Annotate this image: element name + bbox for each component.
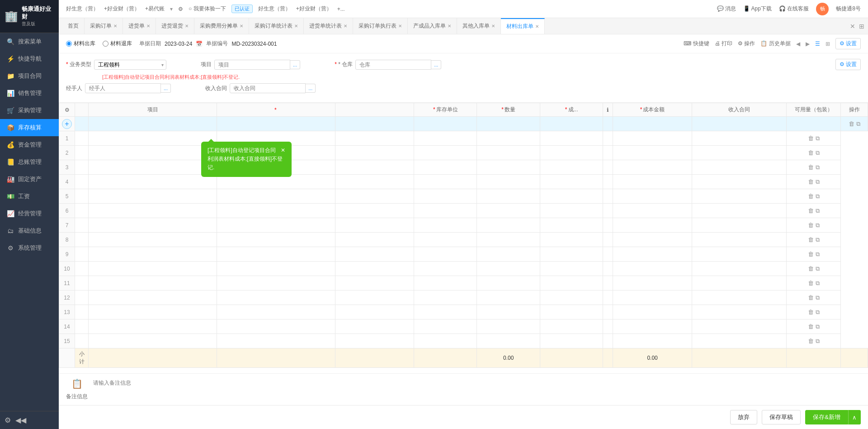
row-col-available[interactable] (692, 175, 786, 189)
row-col-cost-info[interactable] (540, 319, 603, 334)
row-col-item[interactable] (89, 305, 217, 319)
more-nav-arrow[interactable]: ▾ (170, 6, 173, 12)
row-col-cost-amount[interactable] (603, 233, 613, 247)
row-col-unit[interactable] (335, 175, 414, 189)
row-add-col6[interactable] (477, 117, 540, 131)
row-add-col10[interactable] (692, 117, 786, 131)
row-col-project[interactable] (75, 305, 89, 319)
nav-item-haoshengyi[interactable]: 好生意（营） (66, 5, 99, 13)
add-row-btn[interactable]: + (62, 119, 72, 129)
copy-row-icon[interactable]: ⧉ (816, 280, 820, 287)
delete-row-icon[interactable]: 🗑 (808, 294, 814, 301)
nav-item-haoyecai2[interactable]: +好业财（营） (296, 5, 332, 13)
sidebar-item-search[interactable]: 🔍 搜索菜单 (0, 33, 59, 50)
close-all-tabs-btn[interactable]: ✕ (850, 23, 855, 30)
sidebar-item-project[interactable]: 📁 项目合同 (0, 67, 59, 85)
row-col-cost[interactable] (477, 276, 540, 291)
sidebar-item-business[interactable]: 📈 经营管理 (0, 205, 59, 222)
row-col-income[interactable] (613, 334, 692, 348)
row-col-income[interactable] (613, 146, 692, 160)
copy-row-icon[interactable]: ⧉ (856, 120, 860, 128)
row-col-unit[interactable] (335, 160, 414, 175)
tab-material-out[interactable]: 材料出库单 ✕ (501, 18, 545, 34)
grid-view-btn[interactable]: ⊞ (826, 41, 830, 47)
calendar-icon[interactable]: 📅 (196, 41, 203, 47)
nav-item-yidaizhang[interactable]: +易代账 (145, 5, 165, 13)
row-col-spec[interactable] (217, 218, 335, 233)
row-col-cost-info[interactable] (540, 247, 603, 262)
row-col-item[interactable] (89, 204, 217, 218)
delete-row-icon[interactable]: 🗑 (808, 207, 814, 214)
project-input[interactable] (214, 60, 290, 70)
row-col-project[interactable] (75, 175, 89, 189)
nav-item-haoshengyi2[interactable]: 好生意（营） (258, 5, 291, 13)
save-draft-button[interactable]: 保存草稿 (762, 410, 801, 424)
row-col-available[interactable] (692, 334, 786, 348)
row-col-cost-info[interactable] (540, 305, 603, 319)
income-contract-input[interactable] (230, 83, 306, 93)
row-col-qty[interactable] (414, 247, 477, 262)
row-col-income[interactable] (613, 319, 692, 334)
row-col-available[interactable] (692, 189, 786, 204)
tab-purchase-exec[interactable]: 采购订单执行表 ✕ (353, 18, 408, 34)
copy-row-icon[interactable]: ⧉ (816, 236, 820, 243)
row-col-item[interactable] (89, 218, 217, 233)
row-col-cost-amount[interactable] (603, 247, 613, 262)
row-col-cost-amount[interactable] (603, 319, 613, 334)
form-settings-btn[interactable]: ⚙ 设置 (835, 59, 861, 70)
row-add-col9[interactable] (613, 117, 692, 131)
row-col-item[interactable] (89, 247, 217, 262)
tab-home[interactable]: 首页 (62, 18, 85, 34)
row-col-item[interactable] (89, 276, 217, 291)
tab-purchase-order[interactable]: 采购订单 ✕ (85, 18, 123, 34)
row-col-unit[interactable] (335, 291, 414, 305)
tab-other-in[interactable]: 其他入库单 ✕ (457, 18, 501, 34)
row-col-cost[interactable] (477, 319, 540, 334)
tab-close-icon[interactable]: ✕ (491, 24, 495, 29)
row-col-cost-amount[interactable] (603, 189, 613, 204)
row-col-income[interactable] (613, 247, 692, 262)
message-btn[interactable]: 💬 消息 (717, 5, 736, 13)
row-col-cost-info[interactable] (540, 291, 603, 305)
row-add-col8[interactable] (603, 117, 613, 131)
col-cost-info-header[interactable]: ℹ (603, 103, 613, 117)
row-col-cost-info[interactable] (540, 131, 603, 146)
row-col-unit[interactable] (335, 233, 414, 247)
row-col-qty[interactable] (414, 131, 477, 146)
sidebar-item-payroll[interactable]: 💵 工资 (0, 188, 59, 205)
row-col-cost[interactable] (477, 291, 540, 305)
row-col-item[interactable] (89, 262, 217, 276)
row-col-qty[interactable] (414, 276, 477, 291)
row-col-cost[interactable] (477, 247, 540, 262)
sidebar-item-basic[interactable]: 🗂 基础信息 (0, 222, 59, 239)
row-col-project[interactable] (75, 233, 89, 247)
notes-input[interactable] (93, 377, 861, 394)
row-col-item[interactable] (89, 160, 217, 175)
user-avatar[interactable]: 畅 (816, 3, 829, 15)
row-col-item[interactable] (89, 233, 217, 247)
row-col-qty[interactable] (414, 334, 477, 348)
row-add-col11[interactable] (787, 117, 841, 131)
row-col-unit[interactable] (335, 204, 414, 218)
nav-item-more[interactable]: +... (337, 6, 345, 12)
tab-product-in[interactable]: 产成品入库单 ✕ (408, 18, 457, 34)
row-col-cost-amount[interactable] (603, 262, 613, 276)
row-col-cost[interactable] (477, 160, 540, 175)
row-col-item[interactable] (89, 131, 217, 146)
copy-row-icon[interactable]: ⧉ (816, 294, 820, 301)
row-col-spec[interactable] (217, 189, 335, 204)
tab-purchase-return[interactable]: 进货退货 ✕ (156, 18, 194, 34)
row-col-project[interactable] (75, 160, 89, 175)
row-col-available[interactable] (692, 247, 786, 262)
row-col-cost-info[interactable] (540, 189, 603, 204)
row-col-available[interactable] (692, 160, 786, 175)
copy-row-icon[interactable]: ⧉ (816, 338, 820, 345)
row-col-project[interactable] (75, 131, 89, 146)
shortcut-btn[interactable]: ⌨ 快捷键 (684, 40, 709, 48)
row-col-spec[interactable] (217, 291, 335, 305)
tab-close-icon[interactable]: ✕ (294, 24, 298, 29)
row-col-spec[interactable] (217, 276, 335, 291)
tab-close-icon[interactable]: ✕ (185, 24, 189, 29)
row-col-qty[interactable] (414, 291, 477, 305)
copy-row-icon[interactable]: ⧉ (816, 309, 820, 316)
